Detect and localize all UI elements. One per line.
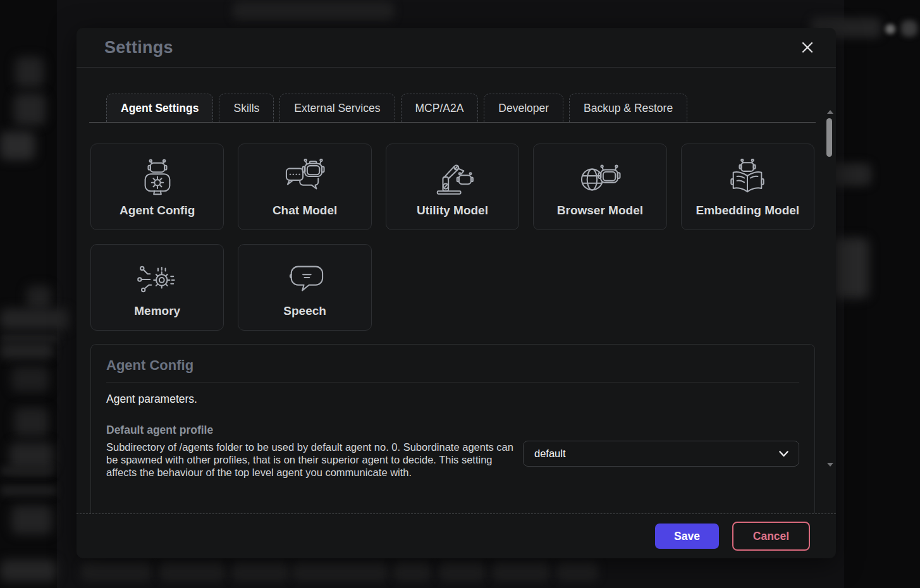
- tab-skills[interactable]: Skills: [219, 94, 274, 122]
- app-stage: Settings Agent SettingsSkillsExternal Se…: [0, 0, 920, 588]
- card-label: Chat Model: [273, 204, 337, 217]
- tab-agent-settings[interactable]: Agent Settings: [106, 94, 213, 122]
- nav-card-agent-config[interactable]: Agent Config: [90, 144, 224, 230]
- chevron-down-icon: [779, 451, 788, 457]
- scrollbar-down-button[interactable]: [827, 463, 833, 467]
- section-title: Agent Config: [106, 357, 799, 374]
- nav-card-utility-model[interactable]: Utility Model: [386, 144, 519, 230]
- background-blob: [901, 20, 917, 37]
- modal-footer: Save Cancel: [77, 513, 836, 558]
- agent-config-section: Agent Config Agent parameters. Default a…: [90, 344, 815, 513]
- card-label: Memory: [134, 304, 180, 318]
- settings-modal: Settings Agent SettingsSkillsExternal Se…: [77, 28, 836, 558]
- robot-book-icon: [723, 159, 772, 198]
- nav-card-speech[interactable]: Speech: [238, 244, 371, 331]
- card-label: Speech: [283, 304, 326, 318]
- card-label: Agent Config: [120, 204, 195, 217]
- robot-config-icon: [133, 159, 182, 198]
- tab-backup-restore[interactable]: Backup & Restore: [569, 94, 687, 122]
- card-label: Utility Model: [417, 204, 488, 217]
- background-blob: [885, 24, 895, 34]
- nav-card-browser-model[interactable]: Browser Model: [533, 144, 666, 230]
- nav-card-memory[interactable]: Memory: [90, 244, 224, 331]
- save-button[interactable]: Save: [655, 524, 719, 549]
- cancel-button[interactable]: Cancel: [732, 522, 810, 551]
- card-label: Browser Model: [557, 204, 643, 217]
- globe-robot-icon: [575, 159, 625, 198]
- tab-bar: Agent SettingsSkillsExternal ServicesMCP…: [89, 94, 816, 123]
- select-value: default: [534, 448, 566, 460]
- nav-card-embedding-model[interactable]: Embedding Model: [681, 144, 814, 230]
- field-row: Subdirectory of /agents folder to be use…: [106, 441, 799, 479]
- modal-body: Agent SettingsSkillsExternal ServicesMCP…: [77, 68, 836, 513]
- close-icon: [801, 41, 814, 54]
- field-description: Subdirectory of /agents folder to be use…: [106, 441, 516, 479]
- scrollbar: [825, 110, 834, 467]
- tab-external-services[interactable]: External Services: [279, 94, 395, 122]
- speech-bubble-icon: [280, 259, 329, 298]
- scrollbar-up-button[interactable]: [827, 110, 833, 114]
- section-divider: [106, 382, 799, 383]
- tab-mcp-a2a[interactable]: MCP/A2A: [401, 94, 479, 122]
- default-agent-profile-select[interactable]: default: [523, 441, 799, 467]
- settings-nav-cards: Agent ConfigChat ModelUtility ModelBrows…: [90, 144, 814, 331]
- chat-robot-icon: [280, 159, 329, 198]
- robot-arm-icon: [427, 159, 477, 198]
- close-button[interactable]: [798, 38, 817, 57]
- card-label: Embedding Model: [696, 204, 799, 217]
- modal-header: Settings: [77, 28, 836, 68]
- field-label-default-agent-profile: Default agent profile: [106, 424, 799, 437]
- scrollbar-thumb[interactable]: [826, 118, 832, 157]
- modal-title: Settings: [104, 38, 173, 58]
- memory-circuit-icon: [133, 259, 182, 298]
- background-sidebar: [0, 0, 57, 588]
- tab-developer[interactable]: Developer: [484, 94, 563, 122]
- section-description: Agent parameters.: [106, 393, 799, 406]
- nav-card-chat-model[interactable]: Chat Model: [238, 144, 371, 230]
